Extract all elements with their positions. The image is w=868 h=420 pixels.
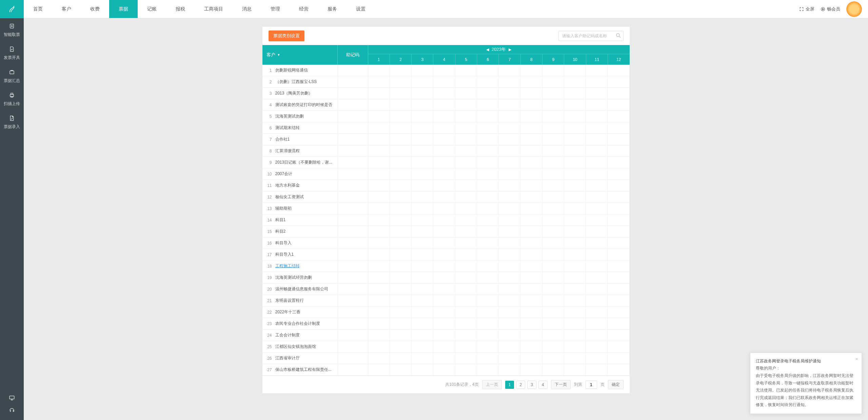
cell-month-3[interactable] — [412, 214, 433, 226]
cell-month-8[interactable] — [520, 307, 542, 318]
cell-month-10[interactable] — [564, 307, 586, 318]
cell-month-9[interactable] — [542, 180, 564, 191]
cell-month-10[interactable] — [564, 145, 586, 156]
month-header-2[interactable]: 2 — [390, 54, 412, 65]
cell-month-3[interactable] — [412, 307, 433, 318]
cell-month-9[interactable] — [542, 76, 564, 87]
cell-month-3[interactable] — [412, 76, 433, 87]
topnav-item-6[interactable]: 工商项目 — [195, 0, 233, 18]
cell-month-6[interactable] — [477, 191, 499, 203]
cell-month-8[interactable] — [520, 272, 542, 283]
cell-month-10[interactable] — [564, 180, 586, 191]
cell-month-5[interactable] — [455, 330, 477, 341]
cell-month-10[interactable] — [564, 99, 586, 110]
cell-month-11[interactable] — [586, 99, 608, 110]
cell-month-8[interactable] — [520, 76, 542, 87]
cell-month-6[interactable] — [477, 145, 499, 156]
cell-month-4[interactable] — [433, 364, 455, 375]
cell-month-9[interactable] — [542, 203, 564, 214]
cell-month-12[interactable] — [608, 111, 629, 122]
cell-month-7[interactable] — [499, 237, 520, 249]
cell-month-6[interactable] — [477, 122, 499, 133]
cell-month-9[interactable] — [542, 318, 564, 329]
cell-code[interactable] — [338, 307, 368, 318]
cell-month-5[interactable] — [455, 307, 477, 318]
cell-month-12[interactable] — [608, 330, 629, 341]
cell-month-3[interactable] — [412, 111, 433, 122]
headset-icon[interactable] — [9, 407, 15, 413]
cell-month-6[interactable] — [477, 134, 499, 145]
cell-month-1[interactable] — [368, 99, 390, 110]
cell-month-10[interactable] — [564, 203, 586, 214]
cell-month-10[interactable] — [564, 134, 586, 145]
year-prev-button[interactable]: ◀ — [486, 47, 489, 52]
cell-month-9[interactable] — [542, 134, 564, 145]
month-header-6[interactable]: 6 — [477, 54, 499, 65]
cell-month-8[interactable] — [520, 330, 542, 341]
cell-month-9[interactable] — [542, 295, 564, 306]
cell-month-5[interactable] — [455, 318, 477, 329]
cell-month-5[interactable] — [455, 226, 477, 237]
cell-month-10[interactable] — [564, 249, 586, 260]
cell-month-6[interactable] — [477, 214, 499, 226]
cell-month-5[interactable] — [455, 65, 477, 76]
cell-month-9[interactable] — [542, 307, 564, 318]
cell-month-9[interactable] — [542, 364, 564, 375]
cell-month-1[interactable] — [368, 330, 390, 341]
cell-month-6[interactable] — [477, 226, 499, 237]
cell-month-5[interactable] — [455, 168, 477, 180]
topnav-item-5[interactable]: 报税 — [166, 0, 195, 18]
cell-code[interactable] — [338, 353, 368, 364]
cell-month-7[interactable] — [499, 214, 520, 226]
cell-month-3[interactable] — [412, 88, 433, 99]
cell-month-8[interactable] — [520, 99, 542, 110]
cell-month-2[interactable] — [390, 341, 412, 352]
cell-month-1[interactable] — [368, 111, 390, 122]
cell-code[interactable] — [338, 214, 368, 226]
cell-month-9[interactable] — [542, 330, 564, 341]
cell-month-5[interactable] — [455, 260, 477, 272]
cell-month-10[interactable] — [564, 191, 586, 203]
cell-month-1[interactable] — [368, 122, 390, 133]
cell-code[interactable] — [338, 76, 368, 87]
cell-month-2[interactable] — [390, 214, 412, 226]
cell-month-10[interactable] — [564, 330, 586, 341]
cell-month-1[interactable] — [368, 260, 390, 272]
cell-month-8[interactable] — [520, 249, 542, 260]
cell-month-6[interactable] — [477, 364, 499, 375]
cell-month-5[interactable] — [455, 284, 477, 295]
cell-month-2[interactable] — [390, 134, 412, 145]
cell-month-5[interactable] — [455, 157, 477, 168]
cell-code[interactable] — [338, 226, 368, 237]
cell-code[interactable] — [338, 284, 368, 295]
cell-month-7[interactable] — [499, 99, 520, 110]
cell-month-12[interactable] — [608, 203, 629, 214]
cell-month-11[interactable] — [586, 214, 608, 226]
cell-month-12[interactable] — [608, 99, 629, 110]
cell-month-9[interactable] — [542, 145, 564, 156]
cell-code[interactable] — [338, 318, 368, 329]
cell-month-7[interactable] — [499, 307, 520, 318]
cell-month-11[interactable] — [586, 295, 608, 306]
cell-code[interactable] — [338, 88, 368, 99]
cell-month-10[interactable] — [564, 76, 586, 87]
cell-month-5[interactable] — [455, 272, 477, 283]
cell-month-11[interactable] — [586, 191, 608, 203]
cell-month-4[interactable] — [433, 295, 455, 306]
year-next-button[interactable]: ▶ — [509, 47, 511, 52]
month-header-8[interactable]: 8 — [521, 54, 542, 65]
sidebar-item-3[interactable]: 扫描上传 — [0, 87, 24, 110]
cell-month-9[interactable] — [542, 272, 564, 283]
cell-month-6[interactable] — [477, 353, 499, 364]
cell-month-4[interactable] — [433, 318, 455, 329]
cell-month-3[interactable] — [412, 353, 433, 364]
cell-month-4[interactable] — [433, 249, 455, 260]
cell-month-3[interactable] — [412, 284, 433, 295]
cell-month-8[interactable] — [520, 145, 542, 156]
cell-month-4[interactable] — [433, 180, 455, 191]
cell-month-5[interactable] — [455, 203, 477, 214]
cell-month-2[interactable] — [390, 76, 412, 87]
month-header-10[interactable]: 10 — [564, 54, 586, 65]
cell-month-9[interactable] — [542, 88, 564, 99]
cell-month-12[interactable] — [608, 353, 629, 364]
